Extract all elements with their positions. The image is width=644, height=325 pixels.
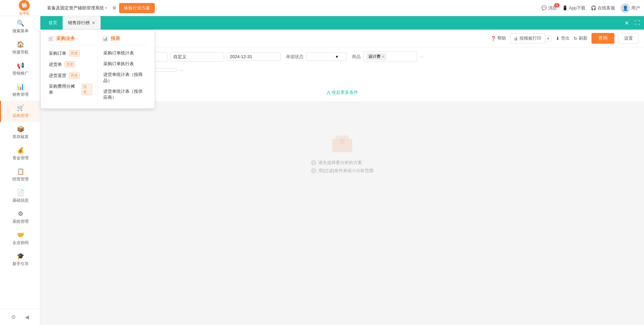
chevron-down-icon: ▾	[105, 6, 107, 10]
date-custom-btn[interactable]: 自定义	[170, 52, 224, 62]
tab-home-label: 首页	[48, 20, 57, 26]
chart-icon: 📊	[17, 83, 24, 90]
sidebar-item-system[interactable]: ⚙ 系统管理	[0, 207, 40, 228]
menu-item-po-stats[interactable]: 采购订单统计表	[102, 48, 148, 58]
report-col-icon: 📊	[102, 35, 109, 42]
sidebar-item-finance[interactable]: 💰 资金管理	[0, 143, 40, 164]
menu-item-po-stats-label: 采购订单统计表	[103, 50, 134, 56]
app-download-label: App下载	[569, 5, 585, 11]
system-title-area: 装备及固定资产辅助管理系统 ▾ ⚙	[47, 3, 119, 13]
refresh-icon: ↻	[574, 36, 577, 41]
menu-item-po-exec-label: 采购订单执行表	[103, 61, 134, 67]
menu-item-goods-return[interactable]: 进货退货 历史	[47, 70, 94, 81]
empty-illustration	[329, 129, 356, 156]
sidebar-item-marketing[interactable]: 📢 营销推广	[0, 58, 40, 80]
goods-ellipsis[interactable]: ···	[420, 54, 424, 59]
sidebar-settings-btn[interactable]: ⚙	[8, 312, 19, 322]
messages-btn[interactable]: 💬 消息 5	[541, 5, 557, 11]
graduation-icon: 🎓	[17, 252, 24, 260]
goods-select[interactable]: 设计费 ✕	[363, 51, 417, 62]
megaphone-icon: 📢	[17, 62, 24, 69]
menu-item-purchase-expense[interactable]: 采购费用分摊单 历史	[47, 81, 94, 98]
sidebar-item-newbie[interactable]: 🎓 新手引导	[0, 249, 40, 270]
sidebar-collapse-btn[interactable]: ◀	[22, 312, 32, 322]
menu-item-goods-receipt[interactable]: 进货单 历史	[47, 59, 94, 70]
menu-item-purchase-order[interactable]: 采购订单 历史	[47, 48, 94, 59]
set-button[interactable]: 设置	[618, 33, 639, 44]
filter-item-goods: 商品 设计费 ✕ ···	[352, 51, 424, 62]
sidebar-item-system-label: 系统管理	[12, 219, 29, 225]
history-badge-4: 历史	[81, 84, 92, 95]
sidebar-item-finance-label: 资金管理	[12, 155, 29, 161]
empty-tip-1: 1 请先选择要分析的方案	[311, 160, 373, 166]
tab-home[interactable]: 首页	[43, 16, 63, 30]
query-button[interactable]: 查询	[592, 33, 614, 44]
user-avatar: 👤	[620, 3, 630, 13]
print-label: 按模板打印	[520, 35, 541, 41]
sidebar-item-inventory-label: 库存核算	[12, 134, 29, 140]
handshake-icon: 🤝	[17, 231, 24, 239]
sidebar-item-operations[interactable]: 📋 经营管理	[0, 164, 40, 186]
history-badge-2: 历史	[65, 61, 75, 68]
logo-area: 畅 标准版	[4, 0, 44, 16]
tab-expand-icon[interactable]: ⛶	[633, 19, 641, 27]
sidebar-item-basic[interactable]: 📄 基础信息	[0, 186, 40, 207]
help-label: 帮助	[497, 35, 506, 41]
sidebar-item-marketing-label: 营销推广	[12, 71, 29, 76]
refresh-label: 刷新	[579, 35, 587, 41]
voucher-status-label: 单据状态	[286, 54, 303, 60]
print-btn-group: 🖨 按模板打印 ▾	[510, 33, 552, 43]
print-btn[interactable]: 🖨 按模板打印	[510, 33, 545, 43]
voucher-status-select[interactable]: ▾	[306, 52, 347, 61]
empty-state: 1 请先选择要分析的方案 2 用[过滤]条件来缩小分析范围	[40, 102, 644, 201]
tab-close-icon[interactable]: ✕	[92, 21, 95, 25]
date-input[interactable]: 2024-12-31	[227, 52, 281, 61]
col-divider	[98, 34, 98, 104]
history-badge-1: 历史	[69, 50, 80, 56]
user-btn[interactable]: 👤 用户	[620, 3, 640, 13]
tab-sales-rank[interactable]: 销售排行榜 ✕	[63, 16, 101, 30]
empty-tip-2: 2 用[过滤]条件来缩小分析范围	[311, 168, 373, 174]
sidebar-item-quick-nav-label: 快捷导航	[12, 49, 29, 55]
settings-icon-btn[interactable]: ⚙	[110, 3, 119, 13]
clipboard-icon: 📋	[17, 168, 24, 175]
system-title-dropdown[interactable]: 装备及固定资产辅助管理系统 ▾	[47, 5, 107, 11]
tab-close-all-icon[interactable]: ✕	[622, 19, 631, 27]
logo-icon: 畅	[19, 0, 30, 11]
sidebar-item-inventory[interactable]: 📦 库存核算	[0, 122, 40, 143]
print-dropdown-arrow[interactable]: ▾	[545, 36, 552, 41]
trial-button[interactable]: 体验行业方案	[119, 3, 155, 13]
menu-item-goods-stats-by-item[interactable]: 进货单统计表（按商品）	[102, 69, 148, 86]
goods-tag-close[interactable]: ✕	[382, 55, 384, 58]
online-service-label: 在线客服	[598, 5, 615, 11]
chevron-down-voucher: ▾	[336, 54, 338, 59]
tab-sales-rank-label: 销售排行榜	[68, 20, 90, 26]
sidebar-item-search-label: 搜索菜单	[12, 28, 29, 34]
app-download-btn[interactable]: 📱 App下载	[562, 5, 585, 11]
tip-num-2: 2	[311, 168, 316, 173]
export-btn[interactable]: ⬇ 导出	[556, 35, 570, 41]
menu-item-purchase-expense-label: 采购费用分摊单	[49, 83, 79, 95]
menu-item-po-exec[interactable]: 采购订单执行表	[102, 58, 148, 69]
export-icon: ⬇	[556, 36, 560, 41]
online-service-btn[interactable]: 🎧 在线客服	[591, 5, 615, 11]
print-icon: 🖨	[514, 36, 518, 41]
sidebar-item-quick-nav[interactable]: 🏠 快捷导航	[0, 37, 40, 58]
sidebar-item-sales[interactable]: 📊 销售管理	[0, 80, 40, 101]
money-icon: 💰	[17, 147, 24, 154]
sidebar-item-purchase[interactable]: 🛒 采购管理	[0, 101, 40, 122]
help-icon: ❓	[491, 36, 496, 41]
sidebar-item-sales-label: 销售管理	[12, 92, 29, 97]
staff-ellipsis[interactable]: ···	[180, 68, 183, 73]
purchase-col-header: 🛒 采购业务	[47, 35, 94, 45]
top-header: 畅 标准版 装备及固定资产辅助管理系统 ▾ ⚙ 体验行业方案 💬 消息 5 📱 …	[0, 0, 644, 16]
tab-bar-right: ✕ ⛶	[622, 19, 641, 27]
menu-item-goods-stats-by-supplier[interactable]: 进货单统计表（按供应商）	[102, 86, 148, 103]
help-btn[interactable]: ❓ 帮助	[491, 35, 506, 41]
dropdown-cols: 🛒 采购业务 采购订单 历史 进货单 历史 进货退货	[45, 34, 150, 104]
export-label: 导出	[561, 35, 570, 41]
refresh-btn[interactable]: ↻ 刷新	[574, 35, 587, 41]
sidebar-item-enterprise[interactable]: 🤝 企业协同	[0, 228, 40, 249]
sidebar-item-search[interactable]: 🔍 搜索菜单	[0, 16, 40, 37]
report-col-header: 📊 报表	[102, 35, 148, 45]
